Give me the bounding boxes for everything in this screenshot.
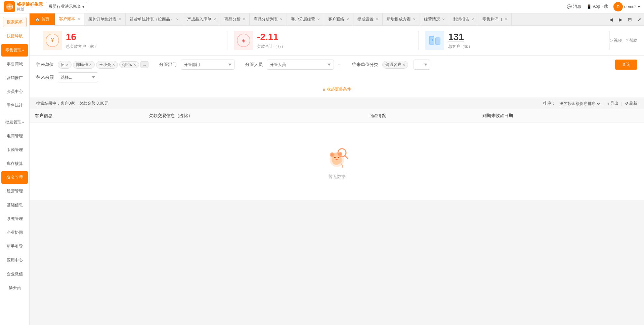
logo-text: 畅捷通好生意 标版 [17,2,43,11]
summary-value-debt: -2.11 [257,31,285,43]
sort-select[interactable]: 按欠款金额倒序排序 [558,101,601,106]
chevron-icon2: ▾ [22,120,24,124]
sidebar-item-basic[interactable]: 基础信息 [1,199,28,211]
category-tag-1[interactable]: 普通客户 ✕ [382,61,408,69]
summary-label-debt: 欠款合计（万） [257,44,285,49]
tab-close-icon5[interactable]: ✕ [243,17,245,21]
tab-product-list[interactable]: 商品分析列表 ✕ [250,13,287,25]
tab-close-icon4[interactable]: ✕ [213,17,216,21]
user-menu[interactable]: D demo2 ▾ [613,2,640,11]
sidebar-item-wechat[interactable]: 企业微信 [1,268,28,280]
tab-operations[interactable]: 经营情况 ✕ [420,13,449,25]
export-icon: ↑ [607,101,609,106]
tab-close-icon2[interactable]: ✕ [119,17,121,21]
tab-customer-tier[interactable]: 客户分层经营 ✕ [287,13,324,25]
sidebar-item-enterprise[interactable]: 企业协同 [1,226,28,239]
sidebar-item-apps[interactable]: 应用中心 [1,254,28,266]
tab-production[interactable]: 产成品入库单 ✕ [183,13,220,25]
sidebar-item-vip[interactable]: 畅会员 [1,282,28,294]
tab-purchase-order[interactable]: 采购订单统计表 ✕ [84,13,126,25]
chevron-down-icon: ▾ [82,4,84,9]
person-select[interactable]: 分管人员 [267,60,334,70]
sidebar-item-wholesale[interactable]: 批发管理 ▾ [1,116,28,129]
sidebar-item-inventory[interactable]: 库存核算 [1,157,28,170]
results-actions: 排序： 按欠款金额倒序排序 | ↑ 导出 | ↺ 刷新 [543,101,637,106]
sidebar-item-retail[interactable]: 零售管理 ▾ [1,44,28,57]
tab-close-icon7[interactable]: ✕ [317,17,320,21]
tab-close-icon13[interactable]: ✕ [505,17,507,21]
tab-close-icon9[interactable]: ✕ [376,17,378,21]
unit-tag-4[interactable]: cjttcw ✕ [119,61,139,68]
tab-close-icon6[interactable]: ✕ [280,17,283,21]
category-tag-close[interactable]: ✕ [402,63,405,67]
table-header: 客户信息 欠款交易信息（占比） 回款情况 到期未收款日期 [30,109,644,122]
tab-product-analysis[interactable]: 商品分析 ✕ [220,13,250,25]
sidebar-item-finance[interactable]: 资金管理 [1,171,28,184]
svg-point-16 [331,153,334,156]
tab-commission-settings[interactable]: 提成设置 ✕ [353,13,383,25]
empty-text: 暂无数据 [328,174,346,180]
collapse-btn[interactable]: ∧ 收起更多条件 [320,85,354,94]
page-content: ¥ 16 总欠款客户（家） ◈ [30,26,644,325]
sidebar-item-ecommerce[interactable]: 电商管理 [1,130,28,142]
tag-close-icon[interactable]: ✕ [66,63,69,67]
tab-close-icon12[interactable]: ✕ [471,17,474,21]
svg-text:◈: ◈ [242,38,246,43]
export-btn[interactable]: ↑ 导出 [607,101,618,106]
tab-purchase-stats[interactable]: 进货单统计表（按商品） ✕ [126,13,183,25]
tab-close-icon8[interactable]: ✕ [346,17,349,21]
search-menu-btn[interactable]: 搜索菜单 [3,17,27,27]
sidebar: 搜索菜单 快捷导航 零售管理 ▾ 零售商城 营销推广 会员中心 零售统计 批发管… [0,13,30,325]
unit-tag-3[interactable]: 王小亮 ✕ [96,61,118,69]
category-select[interactable] [414,60,430,70]
tab-home[interactable]: 🏠 首页 [30,13,55,25]
sidebar-item-purchase[interactable]: 采购管理 [1,144,28,156]
tab-close-icon[interactable]: ✕ [77,17,80,21]
summary-icon-total [425,31,444,50]
summary-bar: ¥ 16 总欠款客户（家） ◈ [30,26,644,56]
balance-select[interactable]: 选择... [58,72,98,82]
sidebar-item-retail-mall[interactable]: 零售商城 [1,58,28,70]
sidebar-item-operations[interactable]: 经营管理 [1,185,28,197]
tag-close-icon3[interactable]: ✕ [112,63,115,67]
tag-close-icon2[interactable]: ✕ [89,63,92,67]
dept-select[interactable]: 分管部门 [181,60,234,70]
tab-close-icon10[interactable]: ✕ [413,17,416,21]
help-btn[interactable]: ? 帮助 [626,38,637,43]
unit-tag-2[interactable]: 陈民强 ✕ [73,61,95,69]
tag-close-icon4[interactable]: ✕ [133,63,136,67]
summary-info-debt: -2.11 欠款合计（万） [257,31,285,50]
more-tags-btn[interactable]: ... [140,61,148,68]
category-label: 往来单位分类 [352,62,378,68]
search-btn[interactable]: 查询 [615,60,637,70]
person-label: 分管人员 [245,62,263,68]
tab-customer-contact[interactable]: 客户联络 ✕ [324,13,353,25]
tab-expand-btn[interactable]: ⊟ [625,13,635,26]
tab-fullscreen-btn[interactable]: ⤢ [635,13,644,26]
tab-retail-profit[interactable]: 零售利润（ ✕ [478,13,512,25]
tab-next-btn[interactable]: ▶ [616,13,625,26]
filter-area: 往来单位 伍 ✕ 陈民强 ✕ 王小亮 ✕ [30,56,644,98]
tab-close-icon11[interactable]: ✕ [442,17,445,21]
sidebar-nav-label[interactable]: 快捷导航 [0,31,29,40]
sidebar-item-marketing[interactable]: 营销推广 [1,72,28,84]
col-customer-info: 客户信息 [30,109,143,122]
refresh-btn[interactable]: ↺ 刷新 [625,101,637,106]
tab-profit-report[interactable]: 利润报告 ✕ [449,13,478,25]
data-table: 客户信息 欠款交易信息（占比） 回款情况 到期未收款日期 [30,109,644,200]
tab-customer-ledger[interactable]: 客户账本 ✕ [55,13,84,25]
video-btn[interactable]: ▷ 视频 [610,38,622,43]
app-download-btn[interactable]: 📱 App下载 [587,4,608,9]
tab-prev-btn[interactable]: ◀ [606,13,616,26]
phone-icon: 📱 [587,4,592,9]
tab-close-icon3[interactable]: ✕ [176,17,179,21]
workspace-selector[interactable]: 母婴行业演示帐套 ▾ [46,2,87,11]
sidebar-item-retail-stats[interactable]: 零售统计 [1,99,28,112]
message-btn[interactable]: 💬 消息 [567,4,581,9]
sidebar-item-members[interactable]: 会员中心 [1,85,28,98]
unit-tag-1[interactable]: 伍 ✕ [58,61,72,69]
summary-label-debtors: 总欠款客户（家） [66,44,98,49]
tab-new-commission[interactable]: 新增提成方案 ✕ [383,13,420,25]
sidebar-item-system[interactable]: 系统管理 [1,213,28,225]
sidebar-item-guide[interactable]: 新手引导 [1,240,28,253]
